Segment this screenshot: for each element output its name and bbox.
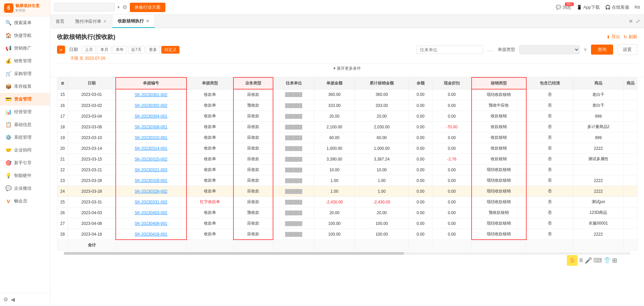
- cell-biz-type: 预收款: [233, 207, 273, 218]
- col-header-settings[interactable]: ⚙: [57, 77, 68, 89]
- sidebar-item-quick-nav[interactable]: 🏠 快捷导航: [0, 29, 50, 42]
- cell-balance: 0.00: [409, 89, 432, 100]
- tab-prepay[interactable]: 预付冲应付单 ✕: [70, 15, 112, 28]
- date-btn-this-month[interactable]: 本月: [97, 46, 111, 54]
- partner-input[interactable]: [416, 46, 483, 54]
- date-btn-custom[interactable]: 自定义: [161, 46, 179, 54]
- cell-doc-no[interactable]: SK-20230331-002: [116, 197, 186, 207]
- cell-cash-disc: 0.00: [432, 175, 472, 186]
- query-button[interactable]: 查询: [591, 45, 613, 55]
- app-download-button[interactable]: 📱 App下载: [577, 4, 600, 10]
- online-service-button[interactable]: 🎧 在线客服: [605, 4, 629, 10]
- col-header-cum-amount: 累计核销金额: [355, 77, 409, 89]
- cell-no: 23: [57, 175, 68, 186]
- receipt-type-select[interactable]: [519, 45, 580, 54]
- settings-button[interactable]: 设置: [617, 44, 637, 55]
- cell-goods1: 2222: [573, 143, 624, 154]
- table-row: 272023-04-08SK-20230408-001收款单应收款██████1…: [57, 218, 637, 229]
- cell-biz-type: 应收款: [233, 122, 273, 132]
- cell-verify-type: 预收款核销: [472, 207, 526, 218]
- cell-goods1: 测试多属性: [573, 154, 624, 165]
- cell-doc-no[interactable]: SK-20230304-001: [116, 111, 186, 122]
- cell-doc-no[interactable]: SK-20230308-001: [116, 122, 186, 132]
- cell-doc-no[interactable]: SK-20230321-003: [116, 165, 186, 175]
- cell-doc-no[interactable]: SK-20230302-002: [116, 100, 186, 111]
- cell-doc-no[interactable]: SK-20230314-001: [116, 143, 186, 154]
- topbar-gear-icon[interactable]: ⚙: [122, 4, 127, 10]
- tab-home[interactable]: 首页: [50, 15, 70, 28]
- table-row: 182023-03-08SK-20230308-001收款单应收款██████2…: [57, 122, 637, 132]
- cell-goods2: [624, 143, 637, 154]
- sidebar-item-search[interactable]: 🔍 搜索菜单: [0, 16, 50, 29]
- export-button[interactable]: ⬆ 导出: [606, 34, 620, 40]
- sidebar-item-hardware[interactable]: 💡 智能硬件: [0, 169, 50, 182]
- tab-receipt-exec-close-icon[interactable]: ✕: [146, 19, 149, 23]
- cell-doc-no[interactable]: SK-20230408-001: [116, 218, 186, 229]
- cell-doc-no[interactable]: SK-20230403-002: [116, 207, 186, 218]
- cell-doc-type: 收款单: [186, 218, 233, 229]
- cell-goods2: [624, 132, 637, 143]
- logo-icon: 6: [4, 3, 13, 13]
- cell-goods2: [624, 165, 637, 175]
- sidebar-item-inventory[interactable]: 📦 库存核算: [0, 80, 50, 93]
- table-wrapper[interactable]: ⚙ 日期 单据编号 单据类型 业务类型 往来单位 单据金额 累计核销金额 余额 …: [50, 77, 644, 306]
- table-row: 152023-03-01SK-20230301-002收款单应收款██████3…: [57, 89, 637, 100]
- sidebar-item-basic[interactable]: 📋 基础信息: [0, 118, 50, 131]
- settings-gear-icon[interactable]: ⚙: [3, 296, 8, 303]
- cell-goods1: 衣服00001: [573, 218, 624, 229]
- cell-biz-type: 应收款: [233, 154, 273, 165]
- cell-cum-amount: 20.00: [355, 207, 409, 218]
- cell-cum-amount: 20.00: [355, 111, 409, 122]
- cell-cum-amount: 360.00: [355, 89, 409, 100]
- date-btn-this-year[interactable]: 本年: [113, 46, 127, 54]
- sidebar-item-marketing[interactable]: 📢 营销推广: [0, 42, 50, 55]
- table-row: 202023-03-14SK-20230314-001收款单应收款██████1…: [57, 143, 637, 154]
- cell-include-settled: 否: [526, 122, 573, 132]
- cell-cash-disc: 0.00: [432, 186, 472, 197]
- industry-solution-button[interactable]: 体验行业方案: [130, 3, 165, 12]
- collapse-arrow-icon[interactable]: ◀: [11, 296, 15, 303]
- topbar-search-input[interactable]: [54, 3, 115, 11]
- filter-toggle-button[interactable]: »: [57, 46, 65, 54]
- sidebar-item-purchase[interactable]: 🛒 采购管理: [0, 67, 50, 80]
- search-icon: 🔍: [5, 20, 11, 26]
- cell-doc-no[interactable]: SK-20230301-002: [116, 89, 186, 100]
- sidebar-item-member[interactable]: V 畅会员: [0, 195, 50, 207]
- cell-cum-amount: -2,430.00: [355, 197, 409, 207]
- inventory-icon: 📦: [5, 83, 11, 89]
- tab-prepay-close-icon[interactable]: ✕: [103, 19, 107, 24]
- cell-doc-no[interactable]: SK-20230310-001: [116, 132, 186, 143]
- cell-cash-disc: 0.00: [432, 197, 472, 207]
- expand-conditions-button[interactable]: ▾ 展开更多条件: [333, 66, 361, 71]
- sidebar-item-sales[interactable]: 💰 销售管理: [0, 55, 50, 67]
- topbar-left: ▾ ⚙ 体验行业方案: [54, 3, 556, 12]
- date-btn-last-month[interactable]: 上月: [82, 46, 96, 54]
- messages-button[interactable]: 💬 消息 99+: [556, 4, 571, 10]
- refresh-button[interactable]: ↻ 刷新: [624, 34, 637, 40]
- tabbar-close-icon[interactable]: ✕: [629, 18, 633, 24]
- more-filters-dots[interactable]: ...: [487, 47, 494, 53]
- tabbar: 首页 预付冲应付单 ✕ 收款核销执行 ✕ ✕ ⤢: [50, 15, 644, 28]
- sidebar-item-system[interactable]: ⚙️ 系统管理: [0, 131, 50, 144]
- date-btn-7days[interactable]: 近7天: [128, 46, 145, 54]
- date-btn-more[interactable]: 更多: [146, 46, 160, 54]
- tab-receipt-exec[interactable]: 收款核销执行 ✕: [112, 15, 155, 28]
- hardware-icon: 💡: [5, 173, 11, 179]
- col-header-verify-type: 核销类型: [472, 77, 526, 89]
- scrollbar[interactable]: [64, 252, 631, 255]
- table-footer-row: 合计: [57, 240, 637, 250]
- sidebar-item-wechat[interactable]: 💬 企业微信: [0, 182, 50, 195]
- cell-no: 16: [57, 100, 68, 111]
- cell-doc-no[interactable]: SK-20230315-002: [116, 154, 186, 165]
- sidebar-item-enterprise[interactable]: 🤝 企业协同: [0, 144, 50, 157]
- cell-doc-no[interactable]: SK-20230328-001: [116, 175, 186, 186]
- tabbar-expand-icon[interactable]: ⤢: [636, 18, 640, 24]
- cell-doc-no[interactable]: SK-20230418-001: [116, 229, 186, 240]
- sidebar-item-guide[interactable]: 🎯 新手引导: [0, 157, 50, 169]
- cell-date: 2023-04-18: [68, 229, 116, 240]
- sidebar-item-finance[interactable]: 💳 资金管理: [0, 93, 50, 106]
- cell-doc-no[interactable]: SK-20230328-002: [116, 186, 186, 197]
- topbar-chevron-icon[interactable]: ▾: [117, 5, 120, 10]
- sidebar-item-operation[interactable]: 📊 经营管理: [0, 106, 50, 118]
- cell-doc-type: 收款单: [186, 132, 233, 143]
